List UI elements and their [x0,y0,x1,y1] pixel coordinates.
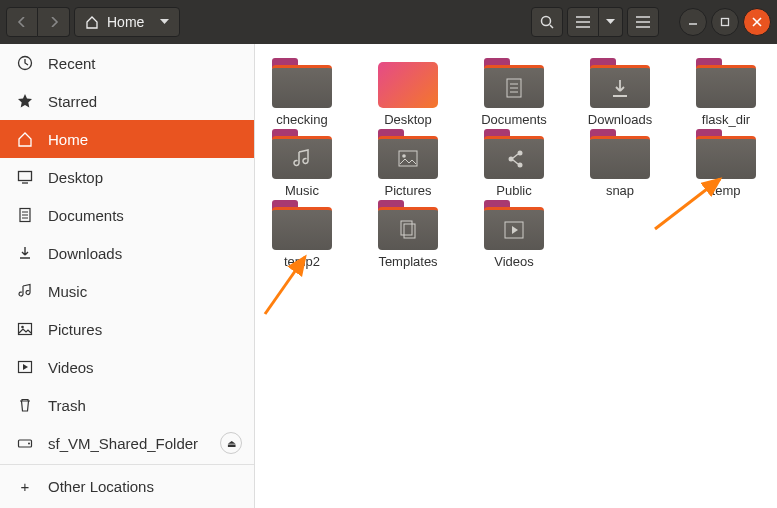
caret-down-icon [606,19,615,25]
hamburger-icon [636,16,650,28]
forward-button[interactable] [38,7,70,37]
folder-desktop[interactable]: Desktop [369,58,447,127]
svg-rect-14 [399,151,417,166]
folder-pictures[interactable]: Pictures [369,129,447,198]
sidebar-item-label: Desktop [48,169,103,186]
chevron-left-icon [17,17,27,27]
view-options-button[interactable] [599,7,623,37]
svg-line-1 [550,25,553,28]
folder-temp2[interactable]: temp2 [263,200,341,269]
sidebar-item-trash[interactable]: Trash [0,386,254,424]
folder-label: flask_dir [702,112,750,127]
folder-documents[interactable]: Documents [475,58,553,127]
folder-downloads[interactable]: Downloads [581,58,659,127]
folder-icon [484,136,544,179]
svg-point-9 [21,326,24,329]
folder-icon [484,65,544,108]
folder-icon [378,207,438,250]
list-view-button[interactable] [567,7,599,37]
path-bar[interactable]: Home [74,7,180,37]
sidebar-item-label: Downloads [48,245,122,262]
folder-icon [272,65,332,108]
downloads-icon [16,245,34,261]
folder-videos[interactable]: Videos [475,200,553,269]
sidebar-item-label: Pictures [48,321,102,338]
svg-rect-3 [722,19,729,26]
caret-down-icon [160,19,169,25]
folder-icon [696,136,756,179]
folder-label: temp [712,183,741,198]
folder-icon [378,62,438,108]
documents-icon [16,207,34,223]
folder-label: Public [496,183,531,198]
folder-templates[interactable]: Templates [369,200,447,269]
other-locations-label: Other Locations [48,478,154,495]
svg-point-0 [542,17,551,26]
star-icon [16,93,34,109]
sidebar-item-label: Starred [48,93,97,110]
trash-icon [16,397,34,413]
folder-icon [590,136,650,179]
music-icon [16,283,34,299]
sidebar-item-sf-vm-shared-folder[interactable]: sf_VM_Shared_Folder⏏ [0,424,254,462]
sidebar: RecentStarredHomeDesktopDocumentsDownloa… [0,44,255,508]
drive-icon [16,435,34,451]
sidebar-item-label: Music [48,283,87,300]
back-button[interactable] [6,7,38,37]
content-area: checkingDesktopDocumentsDownloadsflask_d… [255,44,777,508]
search-button[interactable] [531,7,563,37]
pictures-icon [16,321,34,337]
folder-icon [590,65,650,108]
sidebar-item-videos[interactable]: Videos [0,348,254,386]
home-icon [16,131,34,147]
minimize-button[interactable] [679,8,707,36]
folder-temp[interactable]: temp [687,129,765,198]
folder-icon [378,136,438,179]
folder-flask-dir[interactable]: flask_dir [687,58,765,127]
chevron-right-icon [49,17,59,27]
svg-point-15 [402,154,406,158]
hamburger-menu-button[interactable] [627,7,659,37]
sidebar-item-music[interactable]: Music [0,272,254,310]
folder-icon [272,207,332,250]
eject-button[interactable]: ⏏ [220,432,242,454]
plus-icon: + [16,478,34,495]
sidebar-item-label: Recent [48,55,96,72]
sidebar-item-starred[interactable]: Starred [0,82,254,120]
folder-label: Music [285,183,319,198]
svg-point-12 [28,443,30,445]
folder-music[interactable]: Music [263,129,341,198]
sidebar-item-desktop[interactable]: Desktop [0,158,254,196]
minimize-icon [688,17,698,27]
folder-public[interactable]: Public [475,129,553,198]
sidebar-item-label: Videos [48,359,94,376]
sidebar-item-home[interactable]: Home [0,120,254,158]
folder-snap[interactable]: snap [581,129,659,198]
maximize-icon [720,17,730,27]
folder-label: temp2 [284,254,320,269]
folder-label: Templates [378,254,437,269]
maximize-button[interactable] [711,8,739,36]
folder-label: Pictures [385,183,432,198]
folder-label: snap [606,183,634,198]
sidebar-other-locations[interactable]: + Other Locations [0,467,254,505]
sidebar-item-label: sf_VM_Shared_Folder [48,435,198,452]
sidebar-item-pictures[interactable]: Pictures [0,310,254,348]
sidebar-item-downloads[interactable]: Downloads [0,234,254,272]
svg-rect-5 [19,172,32,181]
close-icon [752,17,762,27]
sidebar-item-recent[interactable]: Recent [0,44,254,82]
sidebar-item-documents[interactable]: Documents [0,196,254,234]
titlebar: Home [0,0,777,44]
sidebar-item-label: Documents [48,207,124,224]
clock-icon [16,55,34,71]
nav-group [6,7,70,37]
home-icon [85,15,99,29]
close-button[interactable] [743,8,771,36]
folder-icon [272,136,332,179]
folder-grid: checkingDesktopDocumentsDownloadsflask_d… [263,58,769,269]
folder-checking[interactable]: checking [263,58,341,127]
sidebar-item-label: Trash [48,397,86,414]
folder-icon [484,207,544,250]
view-group [567,7,623,37]
